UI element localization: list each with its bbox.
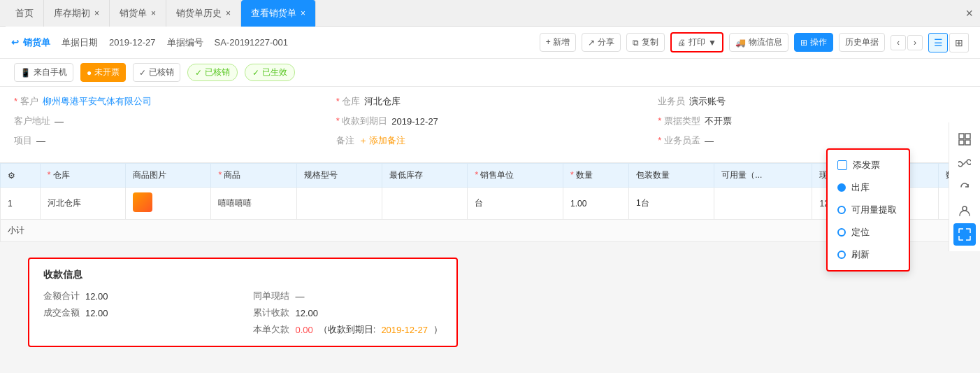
add-note-button[interactable]: ＋ 添加备注 <box>359 134 405 147</box>
customer-label: 客户 <box>14 95 38 108</box>
print-dropdown-arrow: ▼ <box>708 38 716 48</box>
refresh-item[interactable]: 刷新 <box>828 244 909 266</box>
form-row-2: 客户地址 — 收款到期日 2019-12-27 票据类型 不开票 <box>14 115 966 127</box>
sidebar-expand-icon[interactable] <box>953 223 976 246</box>
dot-icon: ● <box>87 68 92 78</box>
not-open-button[interactable]: ● 未开票 <box>80 63 126 82</box>
col-settings[interactable]: ⚙ <box>1 164 41 188</box>
due-date-value: 2019-12-27 <box>391 116 438 127</box>
close-sales-tab[interactable]: × <box>151 8 156 18</box>
main-content: 客户 柳州粤港平安气体有限公司 仓库 河北仓库 业务员 演示账号 客户地址 — … <box>0 87 980 363</box>
payment-title: 收款信息 <box>43 269 442 281</box>
close-view-tab[interactable]: × <box>301 8 305 18</box>
doc-title: ↩ 销货单 <box>11 36 50 49</box>
history-button[interactable]: 历史单据 <box>839 33 885 52</box>
doc-date-label: 单据日期 <box>62 36 98 49</box>
share-icon: ↗ <box>588 38 595 48</box>
same-bill-value: — <box>295 291 304 302</box>
ticket-field: 票据类型 不开票 <box>658 115 966 127</box>
close-history-tab[interactable]: × <box>226 8 231 18</box>
global-close-button[interactable]: × <box>965 6 973 20</box>
address-label: 客户地址 <box>14 115 50 127</box>
svg-rect-2 <box>959 140 964 145</box>
col-unit: 销售单位 <box>468 164 563 188</box>
square-icon <box>837 160 847 170</box>
copy-button[interactable]: ⧉ 复制 <box>626 33 665 52</box>
locate-item[interactable]: 定位 <box>828 221 909 244</box>
row-spec <box>296 188 382 220</box>
due-date-field: 收款到期日 2019-12-27 <box>336 115 644 127</box>
share-button[interactable]: ↗ 分享 <box>582 33 621 52</box>
transaction-value: 12.00 <box>85 308 108 318</box>
circle-icon-3 <box>837 251 846 259</box>
next-doc-button[interactable]: › <box>907 35 923 50</box>
row-index: 1 <box>1 188 41 220</box>
tab-bar: 首页 库存期初 × 销货单 × 销货单历史 × 查看销货单 × × <box>0 0 980 27</box>
address-field: 客户地址 — <box>14 115 322 127</box>
same-bill-label: 同单现结 <box>253 290 289 302</box>
overdue-date: 2019-12-27 <box>381 325 428 335</box>
total-value: 12.00 <box>85 291 108 302</box>
sidebar-grid-icon[interactable] <box>953 128 976 150</box>
sales-value: — <box>705 136 714 146</box>
tab-view-sales[interactable]: 查看销货单 × <box>241 0 316 27</box>
new-button[interactable]: + 新增 <box>540 33 576 52</box>
tab-sales-history[interactable]: 销货单历史 × <box>166 0 241 27</box>
payment-section: 收款信息 金额合计 12.00 同单现结 — 成交金额 12.00 累计收款 1… <box>28 258 458 347</box>
col-min-stock: 最低库存 <box>382 164 468 188</box>
doc-header: ↩ 销货单 单据日期 2019-12-27 单据编号 SA-20191227-0… <box>0 27 980 59</box>
ticket-value: 不开票 <box>705 115 732 127</box>
tab-home[interactable]: 首页 <box>6 0 44 27</box>
svg-rect-0 <box>959 134 964 139</box>
row-unit: 台 <box>468 188 563 220</box>
sales-order-icon: ↩ <box>11 37 19 48</box>
logistics-button[interactable]: 🚚 物流信息 <box>729 33 788 52</box>
col-available: 可用量（... <box>714 164 812 188</box>
col-warehouse: 仓库 <box>40 164 125 188</box>
gear-icon[interactable]: ⚙ <box>8 171 15 181</box>
actions-button[interactable]: ⊞ 操作 <box>794 33 833 52</box>
available-qty-item[interactable]: 可用量提取 <box>828 199 909 221</box>
form-row-3: 项目 — 备注 ＋ 添加备注 业务员孟 — <box>14 134 966 147</box>
nav-arrows: ‹ › <box>891 35 923 50</box>
transaction-row: 成交金额 12.00 <box>43 307 232 319</box>
row-qty: 1.00 <box>563 188 629 220</box>
add-invoice-item[interactable]: 添发票 <box>828 154 909 176</box>
out-warehouse-item[interactable]: 出库 <box>828 176 909 199</box>
customer-field: 客户 柳州粤港平安气体有限公司 <box>14 95 322 108</box>
sidebar-rotate-icon[interactable] <box>953 176 976 198</box>
sidebar-user-icon[interactable] <box>953 199 976 222</box>
sidebar-link-icon[interactable] <box>953 152 976 174</box>
print-button[interactable]: 🖨 打印 ▼ <box>670 32 723 52</box>
grid-view-button[interactable]: ⊞ <box>949 33 969 52</box>
tab-sales[interactable]: 销货单 × <box>110 0 166 27</box>
overdue-label: 本单欠款 <box>253 323 289 336</box>
operator-value: 演示账号 <box>689 95 726 108</box>
operator-field: 业务员 演示账号 <box>658 95 966 108</box>
check-icon: ✓ <box>139 68 146 78</box>
col-qty: 数量 <box>563 164 629 188</box>
list-view-button[interactable]: ☰ <box>928 33 948 52</box>
check-circle-icon: ✓ <box>195 68 202 78</box>
close-inventory-tab[interactable]: × <box>94 8 99 18</box>
col-product-img: 商品图片 <box>126 164 211 188</box>
customer-value[interactable]: 柳州粤港平安气体有限公司 <box>43 95 152 108</box>
doc-date-value: 2019-12-27 <box>109 37 156 48</box>
row-warehouse: 河北仓库 <box>40 188 125 220</box>
circle-icon-2 <box>837 228 846 237</box>
from-phone-button[interactable]: 📱 来自手机 <box>14 63 73 82</box>
copy-icon: ⧉ <box>633 38 639 48</box>
ticket-label: 票据类型 <box>658 115 700 127</box>
overdue-end: ） <box>433 323 442 336</box>
note-field: 备注 ＋ 添加备注 <box>336 134 644 147</box>
prev-doc-button[interactable]: ‹ <box>891 35 906 50</box>
row-min-stock <box>382 188 468 220</box>
print-icon: 🖨 <box>677 38 686 48</box>
row-product: 嘻嘻嘻嘻 <box>211 188 296 220</box>
done-button[interactable]: ✓ 已核销 <box>133 63 180 82</box>
toolbar: + 新增 ↗ 分享 ⧉ 复制 🖨 打印 ▼ 🚚 物流信息 ⊞ 操作 历史单据 ‹… <box>540 32 969 52</box>
actions-icon: ⊞ <box>800 38 807 48</box>
actions-dropdown: 添发票 出库 可用量提取 定位 刷新 <box>826 148 910 272</box>
tab-inventory[interactable]: 库存期初 × <box>44 0 110 27</box>
col-product: 商品 <box>211 164 296 188</box>
